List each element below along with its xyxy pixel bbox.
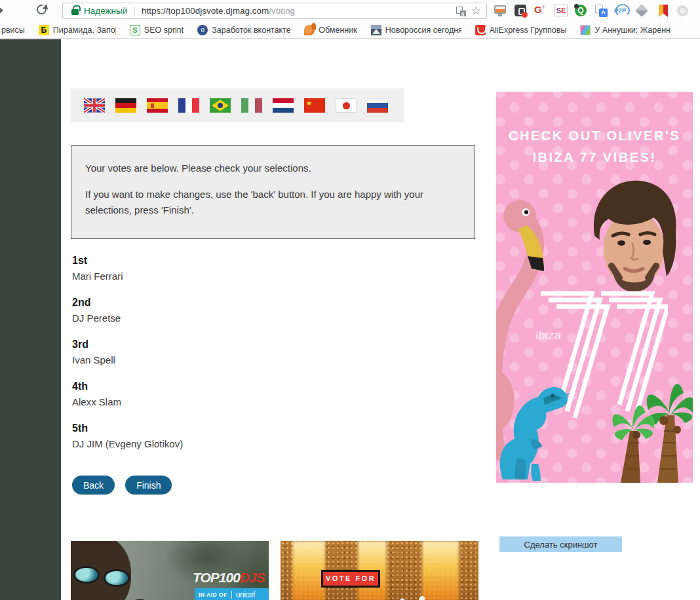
translate-ext-icon[interactable]: A [593, 2, 613, 20]
flag-china-icon[interactable] [304, 98, 325, 113]
address-bar[interactable]: Надежный | https://top100djsvote.djmag.c… [62, 3, 487, 19]
take-screenshot-button[interactable]: Сделать скриншот [499, 536, 622, 552]
vote-name: Alexx Slam [72, 394, 183, 410]
vote-item-2: 2nd DJ Peretse [72, 295, 183, 326]
bookmarks-bar: рвисы Б Пирамида, Запорож S SEO sprint o… [0, 22, 700, 39]
flag-france-icon[interactable] [178, 98, 199, 113]
vote-item-4: 4th Alexx Slam [72, 379, 183, 410]
bookmark-star-icon[interactable]: ☆ [471, 5, 481, 16]
url-host: https://top100djsvote.djmag.com [142, 6, 269, 16]
flag-russia-icon[interactable] [367, 98, 388, 113]
url-path: /voting [269, 6, 295, 16]
squirrel-icon [304, 25, 315, 35]
secure-lock-icon [71, 9, 79, 15]
dinosaur-icon [497, 381, 571, 483]
extension-icons-row: G SE Q A P2P [491, 2, 694, 20]
back-button[interactable]: Back [72, 476, 115, 495]
bookmark-pyramid[interactable]: Б Пирамида, Запорож [39, 25, 116, 35]
background-photo [0, 39, 61, 600]
flag-netherlands-icon[interactable] [273, 98, 294, 113]
bookmark-annushka[interactable]: У Аннушки: Жаренн [580, 25, 671, 35]
seosprint-icon: S [130, 25, 140, 35]
vote-for-badge: VOTE FOR [321, 570, 380, 588]
flag-brazil-icon[interactable] [210, 98, 231, 113]
pyramid-b-icon: Б [39, 25, 49, 35]
photo-thumb-icon [580, 25, 591, 35]
language-flags-bar [71, 88, 404, 122]
browser-window: Надежный | https://top100djsvote.djmag.c… [0, 0, 700, 600]
flag-italy-icon[interactable] [241, 98, 262, 113]
vote-name: Mari Ferrari [72, 269, 183, 284]
notice-line2: If you want to make changes, use the 'ba… [85, 187, 460, 218]
reload-icon[interactable] [37, 5, 47, 14]
finish-button[interactable]: Finish [125, 476, 172, 495]
votes-list: 1st Mari Ferrari 2nd DJ Peretse 3rd Ivan… [72, 253, 183, 462]
top100djs-logo: TOP100DJS [193, 570, 265, 586]
bookmarks-ribbon-icon[interactable] [653, 2, 674, 20]
notice-line1: Your votes are below. Please check your … [85, 160, 460, 176]
rds-q-icon[interactable]: Q [572, 2, 593, 20]
vote-rank: 4th [72, 379, 183, 394]
oliver-ibiza77-ad[interactable]: CHECK OUT OLIVER'S IBIZA 77 VIBES! [496, 92, 693, 483]
bookmark-aliexpress[interactable]: AliExpress Групповы [475, 25, 567, 35]
cube-icon[interactable] [633, 2, 653, 20]
browsec-faded-icon[interactable] [674, 2, 694, 20]
aliexpress-icon [475, 25, 486, 35]
vote-item-3: 3rd Ivan Spell [72, 337, 183, 368]
vote-name: DJ Peretse [72, 310, 183, 326]
gplus-icon[interactable]: G [532, 2, 552, 20]
unicef-bar: IN AID OF unicef [195, 588, 269, 600]
browser-toolbar: Надежный | https://top100djsvote.djmag.c… [0, 0, 700, 22]
secure-label: Надежный [84, 6, 127, 16]
flag-spain-icon[interactable] [147, 98, 168, 113]
flag-germany-icon[interactable] [115, 98, 136, 113]
adguard-lock-icon[interactable] [511, 2, 532, 20]
vote-item-1: 1st Mari Ferrari [72, 253, 183, 284]
action-buttons: Back Finish [72, 476, 172, 495]
screen-share-icon[interactable] [491, 2, 511, 20]
svg-text:ibiza: ibiza [535, 328, 561, 342]
vote-item-5: 5th DJ JIM (Evgeny Glotikov) [72, 421, 183, 452]
votes-notice-box: Your votes are below. Please check your … [71, 145, 475, 239]
vote-name: Ivan Spell [72, 352, 183, 368]
top100djs-unicef-banner[interactable]: TOP100DJS IN AID OF unicef [71, 541, 269, 600]
p2p-icon[interactable]: P2P [613, 2, 633, 20]
flag-uk-icon[interactable] [84, 98, 105, 113]
coin-icon: o [197, 25, 208, 35]
sunglasses [73, 566, 134, 588]
translate-page-icon[interactable]: g [456, 7, 465, 16]
forward-icon[interactable] [0, 5, 3, 16]
oliver-face [587, 176, 680, 297]
vote-name: DJ JIM (Evgeny Glotikov) [72, 436, 183, 452]
vote-rank: 1st [72, 253, 183, 269]
vote-rank: 2nd [72, 295, 183, 310]
bookmark-novorossia[interactable]: Новороссия сегодня [371, 25, 461, 35]
seoquake-icon[interactable]: SE [552, 2, 572, 20]
mountain-icon [371, 25, 381, 35]
script-text [281, 591, 478, 600]
bookmark-vk-earn[interactable]: o Заработок вконтакте [197, 25, 290, 35]
bookmark-services[interactable]: рвисы [1, 26, 25, 35]
vote-rank: 5th [72, 421, 183, 436]
bookmark-exchanger[interactable]: Обменник [304, 25, 357, 35]
vote-for-banner[interactable]: VOTE FOR [281, 541, 478, 600]
voting-page: Your votes are below. Please check your … [0, 39, 700, 600]
bookmark-seosprint[interactable]: S SEO sprint [130, 25, 184, 35]
ad-title: CHECK OUT OLIVER'S IBIZA 77 VIBES! [496, 125, 693, 168]
omnibox-divider: | [133, 6, 136, 16]
vote-rank: 3rd [72, 337, 183, 352]
palm-trees-icon [580, 352, 693, 483]
flag-japan-icon[interactable] [336, 98, 357, 113]
